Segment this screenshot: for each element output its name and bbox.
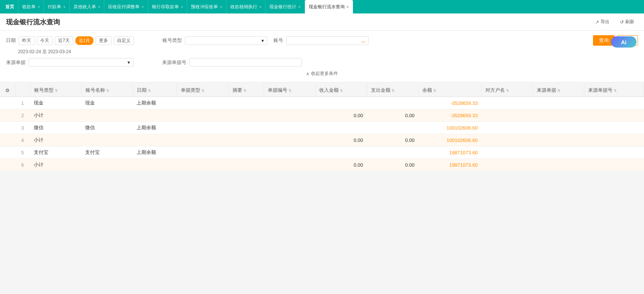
close-icon[interactable]: × [347, 4, 349, 9]
close-icon[interactable]: × [38, 4, 40, 9]
table-row: 4小计0.000.00100102606.60 [0, 134, 644, 146]
date-label: 日期 [6, 37, 16, 44]
nav-tab-payments[interactable]: 付款单 × [44, 0, 69, 13]
cell-source-doc [533, 134, 584, 146]
cell-source-doc-no [584, 97, 644, 109]
row-number: 2 [15, 109, 30, 122]
close-icon[interactable]: × [181, 4, 183, 9]
refresh-icon: ↺ [620, 19, 624, 25]
cell-doc-no [264, 122, 315, 134]
col-balance[interactable]: 余额⇅ [418, 84, 481, 97]
collapse-bar[interactable]: ∧ 收起更多条件 [6, 68, 638, 78]
nav-tab-cashflow[interactable]: 现金银行流水查询 × [305, 0, 353, 13]
cell-income: 0.00 [315, 109, 367, 122]
cell-counter-party [482, 134, 533, 146]
close-icon[interactable]: × [141, 4, 144, 9]
cell-date [133, 134, 177, 146]
cell-doc-no [264, 109, 315, 122]
table-row: 2小计0.000.00-3528659.33 [0, 109, 644, 122]
row-gear [0, 122, 15, 134]
account-label: 账号 [273, 37, 283, 44]
cell-summary [228, 159, 264, 171]
date-btn-today[interactable]: 今天 [37, 36, 53, 45]
col-income[interactable]: 收入金额⇅ [315, 84, 367, 97]
close-icon[interactable]: × [298, 4, 300, 9]
cell-source-doc [533, 109, 584, 122]
date-btn-yesterday[interactable]: 昨天 [19, 36, 35, 45]
nav-tab-collection[interactable]: 收款核销执行 × [227, 0, 266, 13]
cell-date: 上期余额 [133, 97, 177, 109]
col-source-doc-no[interactable]: 来源单据号⇅ [584, 84, 644, 97]
col-account-type[interactable]: 账号类型⇅ [30, 84, 81, 97]
row-number: 3 [15, 122, 30, 134]
nav-tab-adjustment[interactable]: 应收应付调整单 × [104, 0, 148, 13]
cell-source-doc [533, 159, 584, 171]
date-btn-more[interactable]: 更多 [96, 36, 111, 45]
cell-doc-type [177, 109, 228, 122]
collapse-label: 收起更多条件 [311, 70, 338, 77]
account-filter: 账号 ... [273, 36, 369, 45]
refresh-button[interactable]: ↺ 刷新 [616, 17, 638, 27]
close-icon[interactable]: × [63, 4, 65, 9]
close-icon[interactable]: × [98, 4, 100, 9]
table-header-row: ⚙ 账号类型⇅ 账号名称⇅ 日期⇅ 单据类型⇅ 摘要⇅ 单据编号⇅ 收入金额⇅ … [0, 84, 644, 97]
cell-income: 0.00 [315, 159, 367, 171]
top-navigation: 首页 收款单 × 付款单 × 其他收入单 × 应收应付调整单 × 银行存取款单 … [0, 0, 644, 13]
account-type-filter: 账号类型 ▾ [162, 36, 267, 45]
filter-row-1: 日期 昨天 今天 近7天 近1月 更多 自定义 账号类型 ▾ 账号 ... [6, 35, 638, 46]
cell-doc-type [177, 146, 228, 159]
source-doc-no-input[interactable] [189, 58, 302, 67]
page-header: 现金银行流水查询 ↗ 导出 ↺ 刷新 [0, 13, 644, 31]
cell-summary [228, 146, 264, 159]
col-account-name[interactable]: 账号名称⇅ [81, 84, 133, 97]
source-doc-select[interactable]: ▾ [29, 58, 134, 67]
account-input[interactable]: ... [286, 36, 369, 45]
cell-account-type: 现金 [30, 97, 81, 109]
row-gear [0, 146, 15, 159]
data-table-container: ⚙ 账号类型⇅ 账号名称⇅ 日期⇅ 单据类型⇅ 摘要⇅ 单据编号⇅ 收入金额⇅ … [0, 84, 644, 171]
account-type-label: 账号类型 [162, 37, 182, 44]
close-icon[interactable]: × [220, 4, 222, 9]
cell-doc-type [177, 97, 228, 109]
ai-assistant-button[interactable]: Ai [611, 36, 636, 48]
cell-account-name [81, 109, 133, 122]
col-settings[interactable]: ⚙ [0, 84, 15, 97]
table-row: 1现金现金上期余额-3528659.33 [0, 97, 644, 109]
nav-tab-advance[interactable]: 预收冲应收单 × [187, 0, 226, 13]
col-doc-no[interactable]: 单据编号⇅ [264, 84, 315, 97]
cell-counter-party [482, 109, 533, 122]
cell-expense [367, 122, 418, 134]
col-counter-party[interactable]: 对方户名⇅ [482, 84, 533, 97]
nav-tab-home[interactable]: 首页 [2, 0, 18, 13]
export-button[interactable]: ↗ 导出 [591, 17, 613, 27]
nav-tab-other-income[interactable]: 其他收入单 × [70, 0, 104, 13]
col-date[interactable]: 日期⇅ [133, 84, 177, 97]
date-btn-1month[interactable]: 近1月 [75, 36, 94, 45]
nav-tab-bank-deposit[interactable]: 银行存取款单 × [148, 0, 187, 13]
col-doc-type[interactable]: 单据类型⇅ [177, 84, 228, 97]
source-doc-no-label: 来源单据号 [162, 59, 186, 66]
close-icon[interactable]: × [259, 4, 261, 9]
col-summary[interactable]: 摘要⇅ [228, 84, 264, 97]
date-btn-7days[interactable]: 近7天 [55, 36, 73, 45]
cashflow-table: ⚙ 账号类型⇅ 账号名称⇅ 日期⇅ 单据类型⇅ 摘要⇅ 单据编号⇅ 收入金额⇅ … [0, 84, 644, 171]
col-source-doc[interactable]: 来源单据⇅ [533, 84, 584, 97]
cell-balance: 100102606.60 [418, 134, 481, 146]
cell-income [315, 146, 367, 159]
nav-tab-statistics[interactable]: 现金银行统计 × [266, 0, 305, 13]
date-btn-custom[interactable]: 自定义 [114, 36, 134, 45]
source-doc-no-filter: 来源单据号 [162, 58, 302, 67]
cell-balance: 100102606.60 [418, 122, 481, 134]
export-icon: ↗ [595, 19, 599, 25]
cell-account-type: 小计 [30, 109, 81, 122]
cell-expense: 0.00 [367, 134, 418, 146]
cell-account-name: 现金 [81, 97, 133, 109]
cell-source-doc [533, 97, 584, 109]
cell-doc-type [177, 134, 228, 146]
account-type-select[interactable]: ▾ [185, 36, 267, 45]
ellipsis-icon[interactable]: ... [362, 38, 366, 43]
gear-icon[interactable]: ⚙ [5, 88, 10, 93]
col-expense[interactable]: 支出金额⇅ [367, 84, 418, 97]
nav-tab-receipts[interactable]: 收款单 × [18, 0, 44, 13]
page-title: 现金银行流水查询 [6, 18, 60, 27]
